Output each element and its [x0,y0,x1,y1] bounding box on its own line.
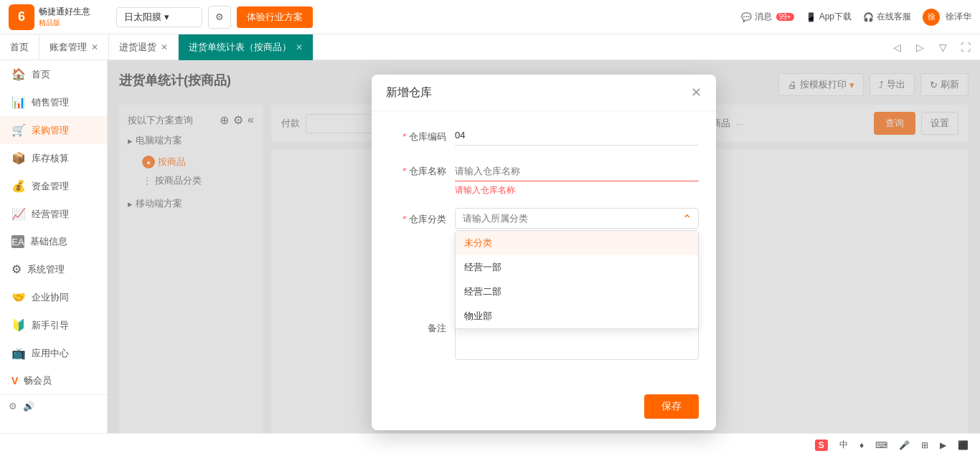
sidebar-item-inventory-label: 库存核算 [32,152,69,165]
sidebar-item-operations[interactable]: 📈 经营管理 [0,200,107,228]
speaker-icon[interactable]: 🔊 [23,401,34,412]
sidebar-item-operations-label: 经营管理 [32,208,69,221]
store-name: 日太阳膜 [124,11,161,24]
category-select-wrapper: ⌃ 未分类 经营一部 经营二部 物业部 [455,208,699,229]
name-input[interactable] [455,161,699,181]
sidebar-item-home[interactable]: 🏠 首页 [0,60,107,88]
statusbar-box-icon: ⬛ [958,440,969,450]
dropdown-item-dept1[interactable]: 经营一部 [456,255,698,280]
tab-home[interactable]: 首页 [0,34,39,60]
sidebar-item-member-label: 畅会员 [24,374,52,387]
sidebar-item-finance[interactable]: 💰 资金管理 [0,172,107,200]
tab-purchase-stats[interactable]: 进货单统计表（按商品） ✕ [179,34,314,60]
dialog-close-icon[interactable]: ✕ [691,85,702,100]
finance-icon: 💰 [11,179,26,193]
message-label: 消息 [755,11,772,23]
store-selector[interactable]: 日太阳膜 ▾ [116,7,202,27]
statusbar-keyboard-icon: ⌨ [875,440,887,450]
statusbar-mic-icon: 🎤 [899,440,910,450]
status-bar: S 中 ♦ ⌨ 🎤 ⊞ ▶ ⬛ [0,433,980,456]
code-input[interactable] [455,125,699,146]
dropdown-item-dept3[interactable]: 物业部 [456,304,698,328]
name-label: 仓库名称 [389,160,446,183]
top-header: 6 畅捷通好生意 精品版 日太阳膜 ▾ ⚙ 体验行业方案 💬 消息 99+ 📱 … [0,0,980,34]
name-row: 仓库名称 请输入仓库名称 [323,160,699,196]
trial-button[interactable]: 体验行业方案 [237,6,313,28]
dropdown-item-dept2[interactable]: 经营二部 [456,280,698,304]
sidebar-item-collaboration[interactable]: 🤝 企业协同 [0,283,107,311]
tab-account-close[interactable]: ✕ [91,42,98,52]
user-name: 徐泽华 [946,11,971,23]
select-up-arrow-icon[interactable]: ⌃ [682,212,692,225]
tab-purchase-return-close[interactable]: ✕ [161,42,168,52]
dropdown-item-unclassified[interactable]: 未分类 [456,231,698,255]
headset-icon: 🎧 [863,12,874,22]
main-layout: 🏠 首页 📊 销售管理 🛒 采购管理 📦 库存核算 💰 资金管理 📈 经营管理 … [0,60,980,456]
sidebar-item-sales-label: 销售管理 [32,96,69,109]
sidebar-item-inventory[interactable]: 📦 库存核算 [0,144,107,172]
sidebar-item-guide-label: 新手引导 [32,319,69,332]
member-icon: V [11,375,18,386]
purchase-icon: 🛒 [11,123,26,137]
app-download-group[interactable]: 📱 App下载 [806,11,852,23]
settings-icon[interactable]: ⚙ [208,6,231,29]
statusbar-dot-icon: ♦ [859,440,864,450]
tab-purchase-stats-close[interactable]: ✕ [296,42,303,52]
name-row-inner: 仓库名称 [389,160,699,183]
save-button[interactable]: 保存 [644,394,699,419]
app-label: App下载 [819,11,852,23]
logo-icon: 6 [9,4,34,30]
inventory-icon: 📦 [11,151,26,165]
operations-icon: 📈 [11,207,26,221]
service-group[interactable]: 🎧 在线客服 [863,11,911,23]
phone-icon: 📱 [806,12,816,22]
sidebar-item-home-label: 首页 [32,68,50,81]
settings-bottom-icon[interactable]: ⚙ [9,401,17,412]
dialog-title: 新增仓库 [386,85,432,100]
tabs-right: ◁ ▷ ▽ ⛶ [888,39,980,56]
tabs-bar: 首页 账套管理 ✕ 进货退货 ✕ 进货单统计表（按商品） ✕ ◁ ▷ ▽ ⛶ [0,34,980,60]
tab-nav-menu-icon[interactable]: ▽ [934,39,951,56]
sidebar-item-app-center[interactable]: 📺 应用中心 [0,339,107,367]
basic-info-icon: EA [11,235,24,248]
sidebar-item-finance-label: 资金管理 [32,180,69,193]
name-error: 请输入仓库名称 [389,184,515,196]
tab-fullscreen-icon[interactable]: ⛶ [957,39,974,56]
sidebar-item-basic-info[interactable]: EA 基础信息 [0,228,107,255]
sidebar-item-system[interactable]: ⚙ 系统管理 [0,255,107,283]
statusbar-s-icon: S [815,440,828,451]
tab-home-label: 首页 [10,41,29,54]
sidebar-item-member[interactable]: V 畅会员 [0,367,107,394]
tab-nav-left-icon[interactable]: ◁ [888,39,905,56]
header-center: 日太阳膜 ▾ ⚙ 体验行业方案 [116,6,741,29]
sidebar-item-guide[interactable]: 🔰 新手引导 [0,311,107,339]
logo-area: 6 畅捷通好生意 精品版 [9,4,116,30]
category-input[interactable] [455,208,699,229]
sidebar-bottom-tools: ⚙ 🔊 [0,394,107,417]
user-group[interactable]: 徐 徐泽华 [923,9,971,26]
statusbar-play-icon: ▶ [940,440,946,450]
logo-text: 畅捷通好生意 [39,6,90,18]
service-label: 在线客服 [877,11,911,23]
content-area: 进货单统计(按商品) 🖨 按模板打印 ▾ ⤴ 导出 ↻ 刷新 [108,60,980,456]
logo-badge: 精品版 [39,18,90,28]
sidebar-item-sales[interactable]: 📊 销售管理 [0,88,107,116]
category-dropdown: 未分类 经营一部 经营二部 物业部 [455,230,699,329]
logo-text-area: 畅捷通好生意 精品版 [39,6,90,28]
sidebar-item-purchase-label: 采购管理 [32,124,69,137]
tab-nav-right-icon[interactable]: ▷ [911,39,928,56]
sidebar-footer: ⚙ 🔊 [0,394,107,423]
category-row: 仓库分类 ⌃ 未分类 经营一部 经营二部 物业部 [389,208,699,231]
message-icon: 💬 [741,12,752,22]
dialog-footer: 保存 [372,386,716,430]
dialog-body: 仓库编码 仓库名称 请输入仓库名称 仓库分类 ⌃ [372,111,716,386]
sidebar: 🏠 首页 📊 销售管理 🛒 采购管理 📦 库存核算 💰 资金管理 📈 经营管理 … [0,60,108,456]
tab-purchase-return[interactable]: 进货退货 ✕ [109,34,179,60]
message-group[interactable]: 💬 消息 99+ [741,11,794,23]
tab-account[interactable]: 账套管理 ✕ [39,34,109,60]
sidebar-item-collaboration-label: 企业协同 [32,291,69,304]
sidebar-item-purchase[interactable]: 🛒 采购管理 [0,116,107,144]
add-warehouse-dialog: 新增仓库 ✕ 仓库编码 仓库名称 请输入仓库名称 [372,75,716,430]
category-label: 仓库分类 [389,208,446,231]
notes-label: 备注 [389,317,446,340]
